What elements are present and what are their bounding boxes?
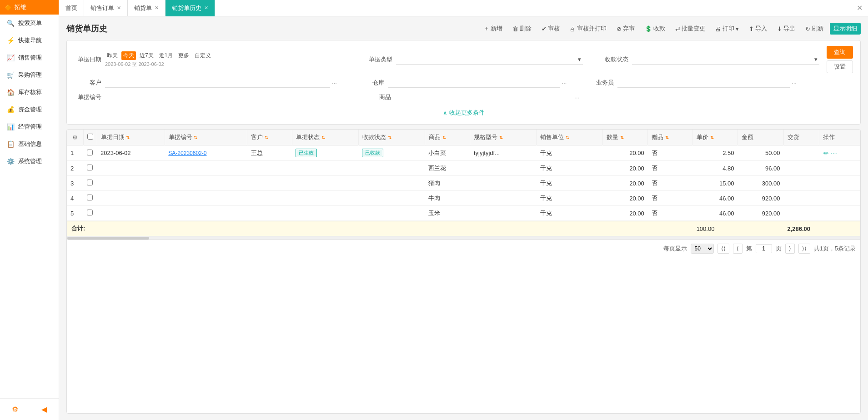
select-all-checkbox[interactable] <box>87 134 93 140</box>
customer-input[interactable] <box>105 78 330 88</box>
tab-sales-delivery[interactable]: 销货单 ✕ <box>128 0 166 16</box>
cell-action[interactable] <box>819 206 860 221</box>
tab-sales-history-close[interactable]: ✕ <box>204 5 208 11</box>
cell-checkbox[interactable] <box>83 145 97 161</box>
next-page-button[interactable]: ⟩ <box>785 244 795 254</box>
goods-more-icon[interactable]: ··· <box>572 94 581 101</box>
col-price[interactable]: 单价 ⇅ <box>693 130 738 145</box>
col-pay-status[interactable]: 收款状态 ⇅ <box>358 130 425 145</box>
sidebar-item-system[interactable]: ⚙️ 系统管理 <box>0 153 59 170</box>
cell-checkbox[interactable] <box>83 191 97 206</box>
col-qty[interactable]: 数量 ⇅ <box>603 130 648 145</box>
row-checkbox-0[interactable] <box>87 150 93 155</box>
tab-sales-order[interactable]: 销售订单 ✕ <box>84 0 128 16</box>
cell-doc-status <box>292 161 358 176</box>
date-tab-today[interactable]: 今天 <box>121 51 136 60</box>
sidebar-item-system-label: 系统管理 <box>18 157 42 165</box>
prev-page-button[interactable]: ⟨ <box>733 244 743 254</box>
date-tab-7days[interactable]: 近7天 <box>138 51 156 60</box>
col-unit[interactable]: 销售单位 ⇅ <box>537 130 603 145</box>
edit-icon[interactable]: ✏ <box>823 150 829 157</box>
sidebar-item-quick-nav[interactable]: ⚡ 快捷导航 <box>0 32 59 49</box>
page-input[interactable] <box>756 244 772 253</box>
warehouse-input[interactable] <box>388 78 560 88</box>
col-gift[interactable]: 赠品 ⇅ <box>648 130 693 145</box>
brand-name: 拓维 <box>15 3 26 11</box>
show-details-button[interactable]: 显示明细 <box>830 23 861 35</box>
cell-doc-no[interactable] <box>165 191 247 206</box>
refresh-button[interactable]: ↻ 刷新 <box>802 23 827 35</box>
doc-type-select[interactable]: ▾ <box>396 55 583 65</box>
sidebar-settings-icon[interactable]: ⚙ <box>9 402 21 416</box>
cell-action[interactable] <box>819 176 860 191</box>
sidebar-item-basic-info[interactable]: 📋 基础信息 <box>0 135 59 153</box>
cell-doc-no[interactable] <box>165 206 247 221</box>
delete-button[interactable]: 🗑 删除 <box>509 23 535 35</box>
col-doc-no[interactable]: 单据编号 ⇅ <box>165 130 247 145</box>
collapse-filter-button[interactable]: ∧ 收起更多条件 <box>74 107 853 119</box>
cell-checkbox[interactable] <box>83 161 97 176</box>
cell-doc-no[interactable] <box>165 161 247 176</box>
goods-input[interactable] <box>395 92 572 102</box>
tab-sales-history[interactable]: 销货单历史 ✕ <box>166 0 215 16</box>
last-page-button[interactable]: ⟩⟩ <box>798 244 810 254</box>
query-button[interactable]: 查询 <box>827 46 853 59</box>
sidebar-item-inventory[interactable]: 🏠 库存核算 <box>0 84 59 101</box>
date-tab-custom[interactable]: 自定义 <box>193 51 213 60</box>
row-checkbox-2[interactable] <box>87 180 93 185</box>
date-tab-yesterday[interactable]: 昨天 <box>105 51 120 60</box>
doc-no-link[interactable]: SA-20230602-0 <box>168 150 206 156</box>
first-page-button[interactable]: ⟨⟨ <box>717 244 729 254</box>
row-checkbox-3[interactable] <box>87 195 93 200</box>
col-doc-status[interactable]: 单据状态 ⇅ <box>292 130 358 145</box>
row-checkbox-4[interactable] <box>87 210 93 215</box>
more-icon[interactable]: ⋯ <box>831 150 837 157</box>
col-goods[interactable]: 商品 ⇅ <box>425 130 470 145</box>
sidebar-item-operations[interactable]: 📊 经营管理 <box>0 118 59 135</box>
audit-button[interactable]: ✔ 审核 <box>538 23 563 35</box>
warehouse-more-icon[interactable]: ··· <box>560 80 569 86</box>
tab-sales-order-close[interactable]: ✕ <box>117 5 121 11</box>
salesperson-more-icon[interactable]: ··· <box>790 80 798 86</box>
sidebar-toggle-icon[interactable]: ◀ <box>39 402 50 416</box>
cell-doc-no[interactable]: SA-20230602-0 <box>165 145 247 161</box>
total-amount: 2,286.00 <box>787 225 810 232</box>
import-icon: ⬆ <box>749 25 754 32</box>
tab-home[interactable]: 首页 <box>59 0 84 16</box>
settings-button[interactable]: 设置 <box>827 60 853 73</box>
cell-action[interactable]: ✏⋯ <box>819 145 860 161</box>
table-row: 12023-06-02SA-20230602-0王总已生效已收款小白菜tyjyj… <box>67 145 860 161</box>
row-checkbox-1[interactable] <box>87 165 93 170</box>
salesperson-input[interactable] <box>617 78 790 88</box>
page-size-select[interactable]: 50 10 20 100 <box>691 244 714 254</box>
print-button[interactable]: 🖨 打印 ▾ <box>712 23 743 35</box>
tab-sales-delivery-close[interactable]: ✕ <box>155 5 159 11</box>
cell-checkbox[interactable] <box>83 206 97 221</box>
export-button[interactable]: ⬇ 导出 <box>773 23 799 35</box>
cell-doc-no[interactable] <box>165 176 247 191</box>
collect-button[interactable]: 💲 收款 <box>641 23 669 35</box>
cell-action[interactable] <box>819 191 860 206</box>
cell-checkbox[interactable] <box>83 176 97 191</box>
col-doc-date[interactable]: 单据日期 ⇅ <box>97 130 165 145</box>
cell-action[interactable] <box>819 161 860 176</box>
col-customer[interactable]: 客户 ⇅ <box>247 130 292 145</box>
tab-close-all-btn[interactable]: ✕ <box>851 4 868 12</box>
abandon-button[interactable]: ⊘ 弃审 <box>613 23 638 35</box>
new-button[interactable]: ＋ 新增 <box>480 23 506 35</box>
customer-more-icon[interactable]: ··· <box>330 80 339 86</box>
col-settings[interactable]: ⚙ <box>67 130 83 145</box>
sidebar-item-sales[interactable]: 📈 销售管理 <box>0 49 59 66</box>
sidebar-item-purchase[interactable]: 🛒 采购管理 <box>0 66 59 84</box>
audit-print-button[interactable]: 🖨 审核并打印 <box>566 23 610 35</box>
horizontal-scrollbar[interactable] <box>67 236 860 240</box>
doc-no-input[interactable] <box>105 92 346 102</box>
pay-status-select[interactable]: ▾ <box>632 55 819 65</box>
col-spec[interactable]: 规格型号 ⇅ <box>470 130 537 145</box>
date-tab-more[interactable]: 更多 <box>176 51 191 60</box>
date-tab-1month[interactable]: 近1月 <box>157 51 175 60</box>
import-button[interactable]: ⬆ 导入 <box>745 23 771 35</box>
sidebar-item-finance[interactable]: 💰 资金管理 <box>0 101 59 118</box>
sidebar-item-search[interactable]: 🔍 搜索菜单 <box>0 15 59 32</box>
batch-change-button[interactable]: ⇄ 批量变更 <box>672 23 709 35</box>
